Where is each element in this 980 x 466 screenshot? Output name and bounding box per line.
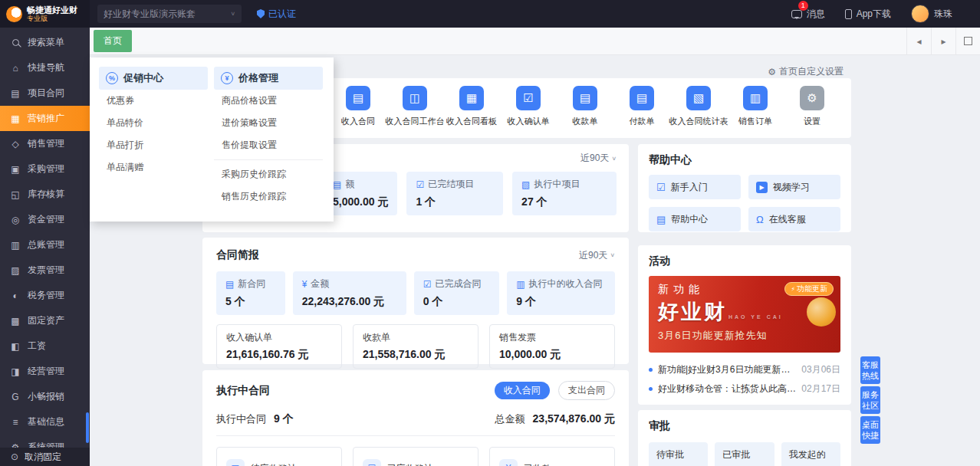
menu-item-goods-price-setting[interactable]: 商品价格设置 <box>214 90 323 112</box>
messages-button[interactable]: 1 消息 <box>791 8 825 21</box>
sidebar-item-purchase[interactable]: ▣ 采购管理 <box>0 156 90 182</box>
help-video-learning-button[interactable]: ▶ 视频学习 <box>748 175 840 199</box>
check-doc-icon: ☑ <box>423 279 432 290</box>
project-stat-executing[interactable]: ▧ 执行中项目 27 个 <box>512 172 617 215</box>
menu-item-sales-history-track[interactable]: 销售历史价跟踪 <box>214 185 323 208</box>
quick-icon-receipt[interactable]: ▤ 收款单 <box>557 86 613 138</box>
menu-item-coupon[interactable]: 优惠券 <box>99 90 208 112</box>
promotion-center-header[interactable]: % 促销中心 <box>99 67 208 90</box>
sidebar-item-label: 小畅报销 <box>28 390 64 403</box>
sidebar-item-general-ledger[interactable]: ▥ 总账管理 <box>0 232 90 258</box>
workbench-icon: ◫ <box>403 86 427 110</box>
tab-scroll-right-button[interactable]: ▸ <box>931 28 955 54</box>
sidebar-item-operation[interactable]: ◨ 经营管理 <box>0 359 90 384</box>
desktop-shortcut-button[interactable]: 桌面快捷 <box>860 416 880 444</box>
brief-range-dropdown[interactable]: 近90天 ∨ <box>579 249 615 262</box>
sidebar-item-search-menu[interactable]: 搜索菜单 <box>0 30 90 55</box>
brief-stat-executing-income[interactable]: ▥ 执行中的收入合同 9 个 <box>507 271 615 315</box>
menu-item-purchase-price-strategy[interactable]: 进价策略设置 <box>214 112 323 134</box>
homepage-customize-button[interactable]: ⚙ 首页自定义设置 <box>768 65 844 78</box>
sidebar-scrollbar[interactable] <box>86 412 89 443</box>
service-hotline-button[interactable]: 客服热线 <box>860 356 880 384</box>
help-online-service-button[interactable]: Ω 在线客服 <box>748 207 840 231</box>
sidebar-item-fixed-assets[interactable]: ▩ 固定资产 <box>0 308 90 333</box>
tab-home-label: 首页 <box>104 34 122 48</box>
executing-count-value: 9 个 <box>274 412 294 426</box>
banner-brand-pinyin: HAO YE CAI <box>728 314 783 320</box>
quick-icon-payment[interactable]: ▤ 付款单 <box>613 86 670 138</box>
feature-update-button[interactable]: ⚡ 功能更新 <box>784 282 834 296</box>
menu-item-discount[interactable]: 单品打折 <box>99 134 208 156</box>
brief-box-receipt[interactable]: 收款单 21,558,716.00 元 <box>353 324 478 369</box>
tab-home[interactable]: 首页 <box>94 30 132 52</box>
approval-tab-pending[interactable]: 待审批 <box>649 442 708 466</box>
user-menu[interactable]: 珠珠 <box>911 5 952 23</box>
topbar: 畅捷通好业财 专业版 好业财专业版演示账套 ∨ 已认证 1 消息 App下载 珠… <box>0 0 980 28</box>
help-getting-started-button[interactable]: ☑ 新手入门 <box>649 175 741 199</box>
sidebar-item-marketing[interactable]: ▦ 营销推广 <box>0 106 90 131</box>
brief-stat-completed[interactable]: ☑ 已完成合同 0 个 <box>414 271 500 315</box>
brief-stat-amount[interactable]: ¥ 金额 22,243,276.00 元 <box>293 271 406 315</box>
brief-box-income-confirm[interactable]: 收入确认单 21,616,160.76 元 <box>216 324 342 369</box>
service-community-button[interactable]: 服务社区 <box>860 386 880 414</box>
menu-item-purchase-history-track[interactable]: 采购历史价跟踪 <box>214 163 323 185</box>
price-management-header[interactable]: ¥ 价格管理 <box>214 67 323 90</box>
project-stat-amount[interactable]: ▤ 额 5,000.00 元 <box>324 172 397 215</box>
sidebar-item-funds[interactable]: ◎ 资金管理 <box>0 207 90 232</box>
quick-icon-settings[interactable]: ⚙ 设置 <box>784 86 840 138</box>
play-icon: ▶ <box>756 182 768 193</box>
quick-icon-income-confirm[interactable]: ☑ 收入确认单 <box>500 86 557 138</box>
sidebar-item-expense[interactable]: G 小畅报销 <box>0 384 90 409</box>
help-center-card: 帮助中心 ☑ 新手入门 ▶ 视频学习 ▤ 帮助中心 Ω 在线客服 <box>638 144 851 232</box>
executing-contracts-title: 执行中合同 <box>216 384 270 398</box>
sidebar-item-label: 库存核算 <box>28 188 64 201</box>
project-range-dropdown[interactable]: 近90天 ∨ <box>580 152 617 165</box>
sidebar-item-sales[interactable]: ◇ 销售管理 <box>0 131 90 156</box>
income-contract-pill[interactable]: 收入合同 <box>495 382 550 399</box>
project-stat-finished[interactable]: ☑ 已完结项目 1 个 <box>406 172 503 215</box>
menu-item-sale-price-extract[interactable]: 售价提取设置 <box>214 134 323 156</box>
sidebar-item-project-contract[interactable]: ▤ 项目合同 <box>0 80 90 106</box>
sidebar-item-quick-nav[interactable]: ⌂ 快捷导航 <box>0 55 90 80</box>
tab-scroll-left-button[interactable]: ◂ <box>906 28 931 54</box>
fullscreen-button[interactable] <box>955 28 980 54</box>
exec-box-received[interactable]: ¥ 已收款 <box>489 447 615 466</box>
order-icon: ▥ <box>516 279 525 290</box>
activity-banner[interactable]: 新功能 ⚡ 功能更新 好业财HAO YE CAI 3月6日功能更新抢先知 <box>649 276 840 353</box>
quick-icon-contract-board[interactable]: ▦ 收入合同看板 <box>443 86 500 138</box>
app-download-button[interactable]: App下载 <box>845 8 891 21</box>
quick-icon-contract-stats[interactable]: ▧ 收入合同统计表 <box>670 86 727 138</box>
approval-tab-initiated[interactable]: 我发起的 <box>781 442 840 466</box>
quick-icon-sales-order[interactable]: ▥ 销售订单 <box>727 86 784 138</box>
exec-box-pending-receivable[interactable]: ▤ 待应收确认 <box>216 447 342 466</box>
brief-box-sales-invoice[interactable]: 销售发票 10,000.00 元 <box>489 324 615 369</box>
quick-icon-contract-workbench[interactable]: ◫ 收入合同工作台 <box>386 86 443 138</box>
confirm-doc-icon: ☑ <box>516 86 541 110</box>
sidebar-item-payroll[interactable]: ◧ 工资 <box>0 333 90 359</box>
sales-icon: ◇ <box>10 139 21 149</box>
sidebar-item-invoice[interactable]: ▨ 发票管理 <box>0 258 90 283</box>
menu-item-gift-promo[interactable]: 单品满赠 <box>99 156 208 179</box>
operation-icon: ◨ <box>10 366 21 377</box>
sidebar-item-inventory[interactable]: ◱ 库存核算 <box>0 182 90 207</box>
approval-card: 审批 待审批 已审批 我发起的 <box>638 410 851 466</box>
sidebar-item-label: 项目合同 <box>28 87 64 100</box>
contract-brief-title: 合同简报 <box>216 248 259 262</box>
brief-stat-new-contracts[interactable]: ▤ 新合同 5 个 <box>216 271 285 315</box>
approval-tab-approved[interactable]: 已审批 <box>715 442 774 466</box>
help-center-title: 帮助中心 <box>649 153 692 167</box>
help-center-button[interactable]: ▤ 帮助中心 <box>649 207 741 231</box>
exec-box-confirmed-receivable[interactable]: ☑ 已应收确认 <box>353 447 478 466</box>
menu-item-special-price[interactable]: 单品特价 <box>99 112 208 134</box>
marketing-icon: ▦ <box>10 113 21 124</box>
settings-gear-icon: ⚙ <box>800 86 824 110</box>
unpin-sidebar-button[interactable]: ⊙ 取消固定 <box>0 448 90 466</box>
sidebar-item-tax[interactable]: ◐ 税务管理 <box>0 283 90 308</box>
account-selector[interactable]: 好业财专业版演示账套 ∨ <box>97 5 242 23</box>
expense-contract-pill[interactable]: 支出合同 <box>558 381 615 400</box>
news-item[interactable]: 新功能|好业财3月6日功能更新抢先知 03月06日 <box>649 360 840 379</box>
total-amount-value: 23,574,876.00 元 <box>533 412 615 426</box>
news-item[interactable]: 好业财移动仓管：让拣货从此高效轻松 02月17日 <box>649 379 840 399</box>
quick-icon-income-contract[interactable]: ▤ 收入合同 <box>330 86 386 138</box>
sidebar-item-base-info[interactable]: ≡ 基础信息 <box>0 409 90 435</box>
